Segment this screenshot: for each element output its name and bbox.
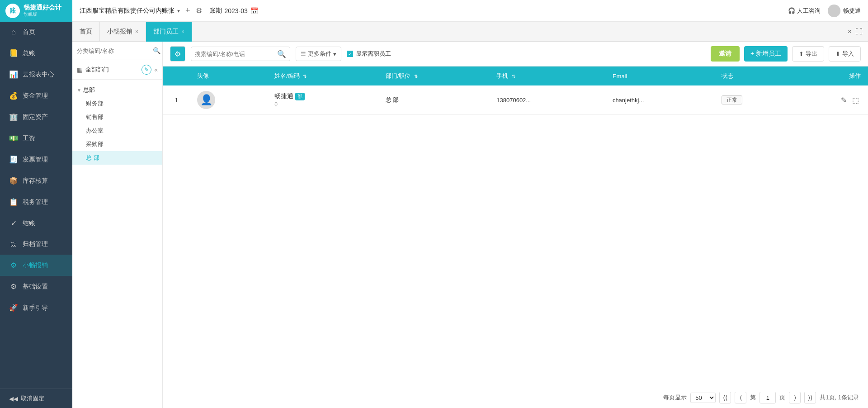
sidebar-item-archive[interactable]: 🗂 归档管理 [0, 234, 72, 255]
col-index [163, 66, 190, 85]
sidebar-item-reports[interactable]: 📊 云报表中心 [0, 64, 72, 85]
dept-search-input[interactable] [77, 47, 153, 54]
period-area: 账期 2023-03 📅 [209, 7, 258, 15]
export-label: 导出 [806, 50, 817, 58]
filter-arrow-icon: ▾ [333, 51, 336, 57]
sidebar-item-expense[interactable]: ⚙ 小畅报销 [0, 255, 72, 276]
import-button[interactable]: ⬇ 导入 [829, 46, 861, 62]
cell-avatar: 👤 [190, 85, 267, 115]
last-page-button[interactable]: ⟩⟩ [804, 392, 816, 403]
show-resigned-area[interactable]: ✓ 显示离职员工 [347, 50, 391, 58]
dept-edit-button[interactable]: ✎ [142, 65, 151, 75]
add-employee-button[interactable]: + 新增员工 [744, 46, 788, 62]
dept-child-purchasing[interactable]: 采购部 [72, 138, 162, 151]
dept-search-icon[interactable]: 🔍 [153, 47, 160, 54]
employee-tbody: 1 👤 畅捷通 部 0 总 部 138070602... chanjethkj.… [163, 85, 868, 115]
company-selector[interactable]: 江西服宝精品有限责任公司内账张 ▾ [80, 7, 180, 15]
user-area[interactable]: 畅捷通 [828, 5, 861, 17]
settings-button[interactable]: ⚙ [196, 6, 202, 15]
sidebar-label-payroll: 工资 [23, 134, 35, 142]
sidebar-item-closing[interactable]: ✓ 结账 [0, 213, 72, 234]
sidebar-item-tax[interactable]: 📋 税务管理 [0, 191, 72, 213]
period-value[interactable]: 2023-03 [225, 7, 248, 14]
dept-collapse-icon[interactable]: « [154, 66, 158, 73]
tab-expense-label: 小畅报销 [107, 28, 132, 36]
sidebar-item-home[interactable]: ⌂ 首页 [0, 22, 72, 43]
dept-child-finance[interactable]: 财务部 [72, 97, 162, 110]
maximize-window-icon[interactable]: ⛶ [855, 28, 863, 36]
tab-dept-close-icon[interactable]: × [181, 28, 184, 35]
sidebar-item-funds[interactable]: 💰 资金管理 [0, 85, 72, 106]
consultant-button[interactable]: 🎧 人工咨询 [788, 7, 821, 15]
sidebar-item-inventory[interactable]: 📦 库存核算 [0, 170, 72, 191]
delete-employee-button[interactable]: ⬚ [850, 95, 861, 105]
table-row: 1 👤 畅捷通 部 0 总 部 138070602... chanjethkj.… [163, 85, 868, 115]
table-settings-button[interactable]: ⚙ [170, 46, 185, 62]
edit-employee-button[interactable]: ✎ [839, 95, 849, 105]
dept-child-general[interactable]: 总 部 [72, 151, 162, 165]
first-page-button[interactable]: ⟨⟨ [719, 392, 731, 403]
app-subtitle: 旗舰版 [24, 11, 61, 18]
import-icon: ⬇ [835, 51, 840, 57]
tab-expense[interactable]: 小畅报销 × [100, 22, 146, 42]
employee-search-input[interactable] [195, 51, 277, 57]
prev-page-button[interactable]: ⟨ [735, 392, 746, 403]
employee-code: 0 [274, 101, 371, 108]
tax-icon: 📋 [9, 198, 18, 206]
consultant-icon: 🎧 [788, 7, 795, 14]
col-dept-sort-icon[interactable]: ⇅ [414, 74, 418, 79]
sidebar-item-payroll[interactable]: 💵 工资 [0, 128, 72, 149]
sidebar-item-settings[interactable]: ⚙ 基础设置 [0, 276, 72, 297]
checkbox-check-icon: ✓ [348, 52, 352, 57]
toolbar: ⚙ 🔍 ☰ 更多条件 ▾ ✓ 显示离职员工 [163, 42, 868, 66]
home-icon: ⌂ [9, 28, 18, 36]
pin-toggle[interactable]: ◀◀ 取消固定 [0, 389, 72, 408]
archive-icon: 🗂 [9, 240, 18, 248]
main-container: ⌂ 首页 📒 总账 📊 云报表中心 💰 资金管理 🏢 固定资产 💵 工资 🧾 发… [0, 22, 868, 408]
dept-child-purchasing-label: 采购部 [86, 141, 104, 147]
sidebar-label-invoices: 发票管理 [23, 156, 48, 164]
company-arrow-icon: ▾ [177, 8, 180, 14]
sidebar-label-assets: 固定资产 [23, 113, 48, 121]
sidebar-label-archive: 归档管理 [23, 240, 48, 248]
col-status: 状态 [714, 66, 796, 85]
page-number-input[interactable] [760, 392, 776, 403]
sidebar-item-assets[interactable]: 🏢 固定资产 [0, 106, 72, 128]
assets-icon: 🏢 [9, 113, 18, 121]
per-page-select[interactable]: 50 100 200 [690, 393, 716, 403]
col-name-sort-icon[interactable]: ⇅ [303, 74, 307, 79]
user-label: 畅捷通 [843, 7, 861, 15]
dept-header-label: 全部部门 [85, 66, 139, 74]
next-page-button[interactable]: ⟩ [789, 392, 801, 403]
app-title: 畅捷通好会计 [24, 4, 61, 11]
tab-home[interactable]: 首页 [72, 22, 100, 42]
employee-search-icon[interactable]: 🔍 [277, 50, 286, 58]
dept-child-general-label: 总 部 [86, 154, 99, 161]
dept-tree: ▼ 总部 财务部 销售部 办公室 采购部 [72, 80, 162, 168]
calendar-icon[interactable]: 📅 [250, 7, 258, 14]
col-name-label: 姓名/编码 [274, 72, 300, 79]
dept-parent-item[interactable]: ▼ 总部 [72, 83, 162, 97]
next-page-icon: ⟩ [794, 394, 796, 401]
sidebar-item-invoices[interactable]: 🧾 发票管理 [0, 149, 72, 170]
more-filter-button[interactable]: ☰ 更多条件 ▾ [296, 47, 341, 61]
dept-child-office[interactable]: 办公室 [72, 124, 162, 138]
tab-expense-close-icon[interactable]: × [135, 28, 138, 35]
tab-dept-employee[interactable]: 部门员工 × [146, 22, 192, 42]
export-button[interactable]: ⬆ 导出 [792, 46, 824, 62]
closing-icon: ✓ [9, 219, 18, 228]
reports-icon: 📊 [9, 70, 18, 79]
show-resigned-checkbox[interactable]: ✓ [347, 51, 353, 57]
sidebar-item-ledger[interactable]: 📒 总账 [0, 43, 72, 64]
col-phone-sort-icon[interactable]: ⇅ [512, 74, 515, 79]
invite-button[interactable]: 邀请 [711, 46, 740, 62]
close-window-icon[interactable]: × [848, 28, 852, 36]
sidebar-item-guide[interactable]: 🚀 新手引导 [0, 297, 72, 318]
add-company-button[interactable]: + [185, 6, 190, 15]
pin-icon: ◀◀ [9, 395, 18, 402]
col-ops: 操作 [796, 66, 868, 85]
employee-name: 畅捷通 [274, 92, 293, 100]
dept-child-sales[interactable]: 销售部 [72, 110, 162, 124]
period-label: 账期 [209, 7, 222, 15]
page-total-label: 共1页, 1条记录 [820, 394, 859, 402]
